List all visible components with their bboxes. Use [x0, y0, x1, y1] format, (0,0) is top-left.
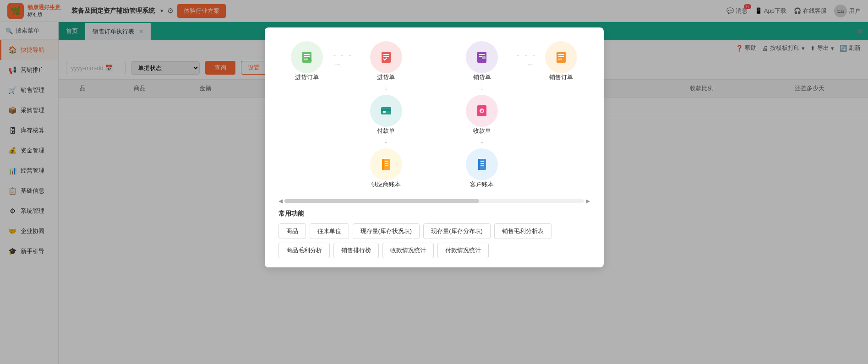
svg-rect-9 — [383, 111, 386, 113]
receipt-bill-label: 收款单 — [473, 127, 491, 135]
supplier-ledger-label: 供应商账本 — [371, 180, 401, 189]
arrow-sales-order-to-bill: - - - → — [508, 50, 535, 70]
func-btn-counterpart[interactable]: 往来单位 — [310, 223, 349, 239]
arrow-receipt-bill-down: ↓ — [480, 136, 484, 146]
workflow-area: 进货订单 - - - → 进货单 — [265, 27, 604, 198]
func-btn-payment-stats[interactable]: 付款情况统计 — [437, 243, 489, 258]
customer-ledger-label: 客户账本 — [470, 180, 494, 189]
common-functions: 常用功能 商品 往来单位 现存量(库存状况表) 现存量(库存分布表) 销售毛利分… — [265, 210, 604, 267]
arrow-sales-bill-down: ↓ — [480, 82, 484, 92]
supplier-ledger-circle — [370, 148, 402, 180]
purchase-order-label: 进货订单 — [295, 73, 319, 81]
arrow-purchase-bill-down: ↓ — [384, 82, 388, 92]
sales-bill-circle — [466, 41, 498, 73]
purchase-order-circle — [291, 41, 323, 73]
arrow-purchase-order-to-bill: - - - → — [333, 50, 360, 70]
flow-col-purchase-order: 进货订单 — [283, 41, 331, 81]
svg-rect-8 — [381, 109, 391, 111]
scroll-left-arrow[interactable]: ◀ — [278, 198, 283, 204]
func-btn-sales-rank[interactable]: 销售排行榜 — [333, 243, 379, 258]
common-functions-title: 常用功能 — [278, 210, 590, 218]
purchase-bill-circle — [370, 41, 402, 73]
sales-order-circle — [545, 41, 577, 73]
scroll-right-arrow[interactable]: ▶ — [586, 198, 590, 204]
func-btn-stock-status[interactable]: 现存量(库存状况表) — [353, 223, 420, 239]
receipt-bill-circle: ¥ — [466, 95, 498, 127]
modal-overlay[interactable]: 进货订单 - - - → 进货单 — [0, 0, 868, 364]
flow-col-purchase-bill: 进货单 ↓ 付款单 ↓ — [362, 41, 410, 189]
svg-text:¥: ¥ — [481, 109, 483, 114]
flow-col-sales-order: 销售订单 — [537, 41, 585, 81]
sales-bill-label: 销货单 — [473, 73, 491, 81]
scroll-thumb[interactable] — [284, 199, 479, 203]
payment-bill-label: 付款单 — [377, 127, 395, 135]
func-btn-product[interactable]: 商品 — [278, 223, 306, 239]
svg-rect-23 — [478, 159, 480, 170]
scroll-area: ◀ ▶ — [265, 198, 604, 210]
sales-order-label: 销售订单 — [549, 73, 573, 81]
func-btn-stock-dist[interactable]: 现存量(库存分布表) — [423, 223, 491, 239]
func-btn-receipt-stats[interactable]: 收款情况统计 — [382, 243, 434, 258]
func-btn-sales-margin[interactable]: 销售毛利分析表 — [494, 223, 551, 239]
arrow-payment-bill-down: ↓ — [384, 136, 388, 146]
payment-bill-circle — [370, 95, 402, 127]
svg-rect-11 — [382, 159, 384, 170]
customer-ledger-circle — [466, 148, 498, 180]
func-buttons: 商品 往来单位 现存量(库存状况表) 现存量(库存分布表) 销售毛利分析表 商品… — [278, 223, 590, 258]
purchase-bill-label: 进货单 — [377, 73, 395, 81]
flow-col-sales-bill: 销货单 ↓ ¥ 收款单 ↓ — [458, 41, 506, 189]
svg-rect-18 — [482, 56, 486, 59]
func-btn-product-margin[interactable]: 商品毛利分析 — [278, 243, 330, 258]
workflow-modal: 进货订单 - - - → 进货单 — [265, 27, 604, 267]
